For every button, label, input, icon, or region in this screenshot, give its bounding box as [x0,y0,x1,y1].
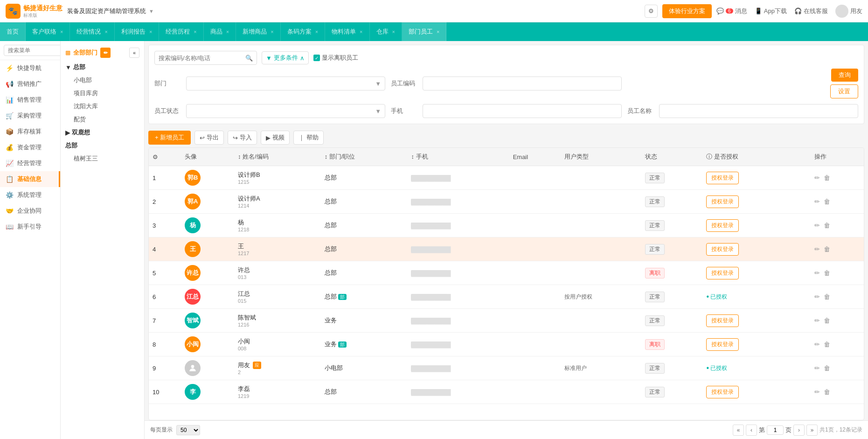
auth-login-button[interactable]: 授权登录 [706,386,739,398]
tab-close-icon[interactable]: × [60,29,63,35]
app-download-button[interactable]: 📱 App下载 [755,7,787,15]
emp-name-input[interactable] [659,104,858,118]
col-phone[interactable]: ↕ 手机 [407,148,509,166]
settings-button[interactable]: ⚙ [645,5,658,18]
auth-login-button[interactable]: 授权登录 [706,219,739,232]
tab-history[interactable]: 经营历程× [159,22,203,41]
delete-icon[interactable]: 🗑 [824,388,830,396]
row-auth[interactable]: 授权登录 [702,237,793,261]
message-button[interactable]: 💬 6 消息 [716,7,747,15]
per-page-select[interactable]: 50 20 100 [176,425,200,435]
tree-node-zongbu[interactable]: ▼ 总部 [61,61,144,74]
col-settings[interactable]: ⚙ [149,148,181,166]
tab-home[interactable]: 首页 [0,22,26,41]
set-button[interactable]: 设置 [830,84,858,98]
sidebar-item-operations[interactable]: 📈 经营管理 [0,155,60,171]
row-auth[interactable]: 授权登录 [702,309,793,333]
delete-icon[interactable]: 🗑 [824,293,830,300]
col-name[interactable]: ↕ 姓名/编码 [234,148,321,166]
sidebar-item-marketing[interactable]: 📢 营销推广 [0,76,60,92]
edit-icon[interactable]: ✏ [814,341,820,348]
delete-icon[interactable]: 🗑 [824,364,830,372]
phone-input[interactable] [423,104,622,118]
sidebar-item-inventory[interactable]: 📦 库存核算 [0,124,60,139]
tree-node-project[interactable]: 项目库房 [61,87,144,100]
tree-node-zongbu2[interactable]: 总部 [61,139,144,152]
view-button[interactable]: ▶ 视频 [261,131,290,145]
delete-icon[interactable]: 🗑 [824,341,830,348]
edit-icon[interactable]: ✏ [814,222,820,229]
col-dept[interactable]: ↕ 部门/职位 [321,148,408,166]
emp-status-select[interactable]: ▼ [186,104,385,118]
row-auth[interactable]: 授权登录 [702,166,793,190]
tab-bom[interactable]: 物料清单× [325,22,369,41]
edit-icon[interactable]: ✏ [814,364,820,372]
edit-icon[interactable]: ✏ [814,269,820,277]
edit-icon[interactable]: ✏ [814,317,820,324]
tree-node-shuangluxiang[interactable]: ▶ 双鹿想 [61,126,144,139]
tab-close-icon[interactable]: × [149,29,152,35]
dept-edit-button[interactable]: ✏ [100,48,111,58]
auth-login-button[interactable]: 授权登录 [706,172,739,184]
auth-login-button[interactable]: 授权登录 [706,243,739,256]
auth-login-button[interactable]: 授权登录 [706,267,739,279]
tab-close-active-icon[interactable]: × [437,29,439,35]
edit-icon[interactable]: ✏ [814,388,820,396]
tab-close-icon[interactable]: × [104,29,107,35]
tab-employees[interactable]: 部门员工× [402,22,446,41]
show-resigned-toggle[interactable]: ✓ 显示离职员工 [313,54,358,62]
delete-icon[interactable]: 🗑 [824,174,830,181]
user-menu-button[interactable]: 用友 [835,5,862,18]
sidebar-item-sales[interactable]: 📊 销售管理 [0,92,60,108]
delete-icon[interactable]: 🗑 [824,317,830,324]
tab-profit[interactable]: 利润报告× [115,22,159,41]
tab-customer[interactable]: 客户联络× [26,22,70,41]
tab-goods[interactable]: 商品× [204,22,236,41]
dept-collapse-button[interactable]: « [129,48,139,58]
dept-select[interactable]: ▼ [186,77,385,91]
help-button[interactable]: ｜ 帮助 [293,131,324,145]
query-button[interactable]: 查询 [831,69,858,82]
emp-code-input[interactable] [423,77,622,91]
tab-close-icon[interactable]: × [360,29,362,35]
tab-warehouse[interactable]: 仓库× [370,22,402,41]
last-page-button[interactable]: » [806,425,818,436]
tab-barcode[interactable]: 条码方案× [281,22,325,41]
delete-icon[interactable]: 🗑 [824,269,830,277]
tab-close-icon[interactable]: × [315,29,318,35]
row-auth[interactable]: 授权登录 [702,333,793,356]
tree-node-xiaodibu[interactable]: 小电部 [61,74,144,87]
tab-close-icon[interactable]: × [392,29,395,35]
delete-icon[interactable]: 🗑 [824,198,830,205]
delete-icon[interactable]: 🗑 [824,222,830,229]
sidebar-item-finance[interactable]: 💰 资金管理 [0,139,60,155]
prev-page-button[interactable]: ‹ [746,425,757,436]
row-auth[interactable]: 授权登录 [702,380,793,404]
page-number-input[interactable] [767,425,784,435]
row-auth[interactable]: 授权登录 [702,190,793,214]
tab-close-icon[interactable]: × [226,29,229,35]
edit-icon[interactable]: ✏ [814,198,820,205]
edit-icon[interactable]: ✏ [814,293,820,300]
export-button[interactable]: ↩ 导出 [194,131,224,145]
row-auth[interactable]: 授权登录 [702,214,793,237]
sidebar-item-basic-info[interactable]: 📋 基础信息 [0,171,60,187]
more-condition-button[interactable]: ▼ 更多条件 ∧ [262,51,309,64]
tab-close-icon[interactable]: × [271,29,273,35]
tree-node-peihuo[interactable]: 配货 [61,113,144,126]
tree-node-zhishu[interactable]: 植树王三 [61,152,144,165]
sidebar-item-guide[interactable]: 📖 新手引导 [0,219,60,235]
tree-node-shenyang[interactable]: 沈阳大库 [61,100,144,113]
auth-login-button[interactable]: 授权登录 [706,338,739,351]
tab-close-icon[interactable]: × [194,29,196,35]
next-page-button[interactable]: › [793,425,805,436]
trial-button[interactable]: 体验行业方案 [662,4,712,18]
add-employee-button[interactable]: + 新增员工 [148,131,191,145]
auth-login-button[interactable]: 授权登录 [706,195,739,208]
auth-login-button[interactable]: 授权登录 [706,314,739,327]
search-input[interactable] [159,55,243,62]
first-page-button[interactable]: « [733,425,744,436]
import-button[interactable]: ↪ 导入 [228,131,257,145]
edit-icon[interactable]: ✏ [814,245,820,253]
sidebar-search-input[interactable] [4,45,61,56]
